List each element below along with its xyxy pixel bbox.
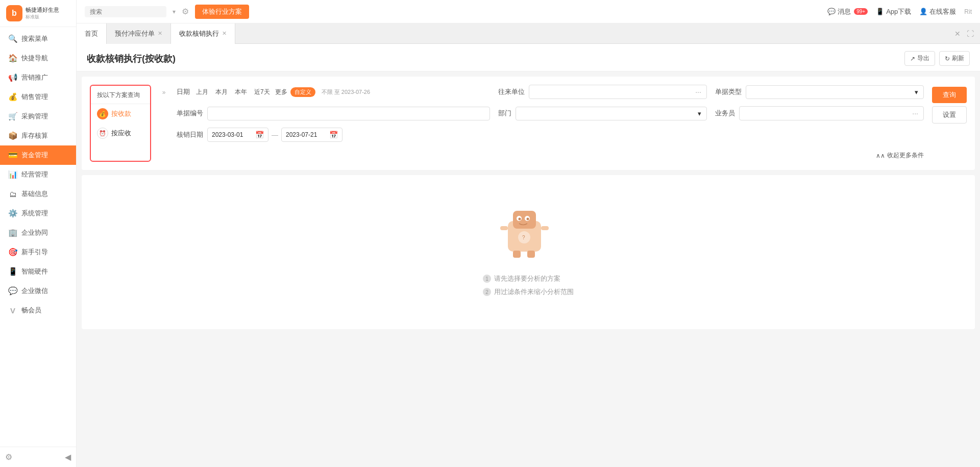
doc-type-select[interactable]: ▾ — [746, 85, 924, 99]
chevron-down-dept-icon: ▾ — [698, 110, 701, 117]
filter-sidebar-collapse[interactable]: » — [159, 89, 168, 96]
filter-option-by-receipt[interactable]: 💰 按收款 — [91, 104, 150, 124]
svg-rect-9 — [527, 251, 535, 258]
app-name: 畅捷通好生意 — [26, 6, 59, 13]
sidebar-settings-icon[interactable]: ⚙ — [5, 452, 12, 462]
search-input[interactable] — [85, 6, 166, 17]
basic-info-icon: 🗂 — [8, 190, 17, 199]
search-icon: 🔍 — [8, 34, 17, 43]
topbar-right: 💬 消息 99+ 📱 App下载 👤 在线客服 Rit — [827, 7, 972, 16]
counterpart-label: 往来单位 — [498, 87, 525, 96]
employee-dots-icon[interactable]: ··· — [912, 109, 918, 117]
sidebar-nav: 🔍 搜索菜单 🏠 快捷导航 📢 营销推广 💰 销售管理 🛒 采购管理 📦 库存核… — [0, 27, 76, 447]
sidebar-item-operation[interactable]: 📊 经营管理 — [0, 165, 76, 184]
logo-icon: b — [6, 5, 22, 21]
message-badge: 99+ — [854, 8, 868, 15]
sidebar-collapse-icon[interactable]: ◀ — [65, 452, 71, 462]
sidebar-item-guide[interactable]: 🎯 新手引导 — [0, 242, 76, 262]
empty-illustration: ? — [498, 206, 559, 262]
receipt-option-icon: 💰 — [97, 108, 108, 119]
sidebar-item-inventory[interactable]: 📦 库存核算 — [0, 126, 76, 145]
dept-select[interactable]: ▾ — [516, 107, 707, 120]
setting-button[interactable]: 设置 — [932, 106, 967, 124]
sidebar-item-enterprise[interactable]: 🏢 企业协同 — [0, 223, 76, 242]
sidebar-item-system[interactable]: ⚙️ 系统管理 — [0, 204, 76, 223]
date-custom-badge[interactable]: 自定义 — [290, 87, 315, 97]
filter-option-by-receivable[interactable]: ⏰ 按应收 — [91, 124, 150, 143]
verify-date-start[interactable]: 2023-03-01 📅 — [207, 128, 268, 142]
sidebar-item-marketing[interactable]: 📢 营销推广 — [0, 68, 76, 87]
user-name[interactable]: Rit — [964, 8, 972, 15]
enterprise-icon: 🏢 — [8, 228, 17, 237]
step-2-number: 2 — [483, 288, 491, 296]
tab-receipt-verify[interactable]: 收款核销执行 ✕ — [171, 23, 235, 44]
chevron-down-icon[interactable]: ▾ — [173, 8, 176, 15]
operation-icon: 📊 — [8, 170, 17, 179]
chevron-down-icon: ▾ — [915, 88, 918, 96]
query-button[interactable]: 查询 — [932, 87, 967, 103]
hardware-icon: 📱 — [8, 267, 17, 276]
doc-no-input[interactable] — [207, 107, 490, 120]
date-shortcut-this-month[interactable]: 本月 — [213, 87, 230, 97]
solution-button[interactable]: 体验行业方案 — [195, 5, 249, 19]
svg-rect-1 — [513, 211, 536, 229]
counterpart-input[interactable]: ··· — [529, 85, 707, 99]
svg-rect-7 — [541, 226, 549, 230]
employee-label: 业务员 — [715, 109, 735, 118]
empty-steps: 1 请先选择要分析的方案 2 用过滤条件来缩小分析范围 — [483, 272, 574, 299]
sidebar-item-sales[interactable]: 💰 销售管理 — [0, 87, 76, 107]
purchase-icon: 🛒 — [8, 112, 17, 121]
verify-date-end[interactable]: 2023-07-21 📅 — [281, 128, 342, 142]
content-area: 收款核销执行(按收款) ↗ 导出 ↻ 刷新 按以下方案查询 💰 按收款 — [77, 44, 980, 467]
sidebar-item-quick-nav[interactable]: 🏠 快捷导航 — [0, 48, 76, 68]
sidebar-item-wechat[interactable]: 💬 企业微信 — [0, 281, 76, 301]
receivable-option-icon: ⏰ — [97, 128, 108, 139]
online-service-button[interactable]: 👤 在线客服 — [919, 7, 956, 16]
doc-type-label: 单据类型 — [715, 87, 742, 96]
svg-point-4 — [519, 218, 521, 220]
system-icon: ⚙️ — [8, 209, 17, 218]
filter-panel: 按以下方案查询 💰 按收款 ⏰ 按应收 » 日期 — [82, 77, 975, 170]
sidebar-item-capital[interactable]: 💳 资金管理 — [0, 145, 76, 165]
sidebar-item-hardware[interactable]: 📱 智能硬件 — [0, 262, 76, 281]
app-icon: 📱 — [876, 8, 884, 15]
inventory-icon: 📦 — [8, 131, 17, 140]
date-shortcut-this-year[interactable]: 本年 — [233, 87, 249, 97]
date-shortcut-7days[interactable]: 近7天 — [252, 87, 272, 97]
employee-input[interactable]: ··· — [739, 106, 924, 120]
filter-form: 日期 上月 本月 本年 近7天 更多 自定义 不限 至 2023-07-26 — [177, 85, 924, 162]
tab-receipt-verify-close[interactable]: ✕ — [222, 30, 227, 37]
refresh-icon: ↻ — [945, 55, 950, 62]
refresh-button[interactable]: ↻ 刷新 — [939, 51, 970, 66]
app-download-button[interactable]: 📱 App下载 — [876, 7, 911, 16]
tab-prepay-close[interactable]: ✕ — [158, 30, 162, 37]
collapse-more-btn[interactable]: ∧∧ 收起更多条件 — [177, 149, 924, 162]
date-shortcut-more[interactable]: 更多 — [275, 88, 287, 96]
message-icon: 💬 — [827, 8, 836, 15]
message-button[interactable]: 💬 消息 99+ — [827, 7, 868, 16]
sidebar-bottom: ⚙ ◀ — [0, 447, 76, 467]
tab-home[interactable]: 首页 — [77, 23, 107, 44]
expand-icon[interactable]: ⛶ — [965, 28, 976, 40]
employee-field: 业务员 ··· — [715, 106, 924, 120]
step-1-text: 请先选择要分析的方案 — [494, 272, 560, 285]
calendar-end-icon: 📅 — [329, 131, 338, 139]
sidebar-item-member[interactable]: V 畅会员 — [0, 301, 76, 320]
sales-icon: 💰 — [8, 92, 17, 102]
sidebar-item-basic-info[interactable]: 🗂 基础信息 — [0, 184, 76, 204]
page-header-actions: ↗ 导出 ↻ 刷新 — [904, 51, 970, 66]
export-button[interactable]: ↗ 导出 — [904, 51, 935, 66]
page-title: 收款核销执行(按收款) — [87, 53, 176, 65]
counterpart-dots-icon[interactable]: ··· — [695, 88, 701, 96]
home-icon: 🏠 — [8, 54, 17, 63]
tabbar-actions: ✕ ⛶ — [952, 28, 980, 40]
date-label: 日期 — [177, 87, 190, 96]
filter-row-3: 核销日期 2023-03-01 📅 — 2023-07-21 📅 — [177, 128, 924, 142]
svg-point-5 — [527, 218, 529, 220]
sidebar-item-purchase[interactable]: 🛒 采购管理 — [0, 107, 76, 126]
close-tab-icon[interactable]: ✕ — [952, 28, 963, 40]
date-shortcut-last-month[interactable]: 上月 — [194, 87, 210, 97]
sidebar-item-search[interactable]: 🔍 搜索菜单 — [0, 29, 76, 48]
gear-icon[interactable]: ⚙ — [182, 7, 189, 16]
tab-prepay[interactable]: 预付冲应付单 ✕ — [107, 23, 171, 44]
